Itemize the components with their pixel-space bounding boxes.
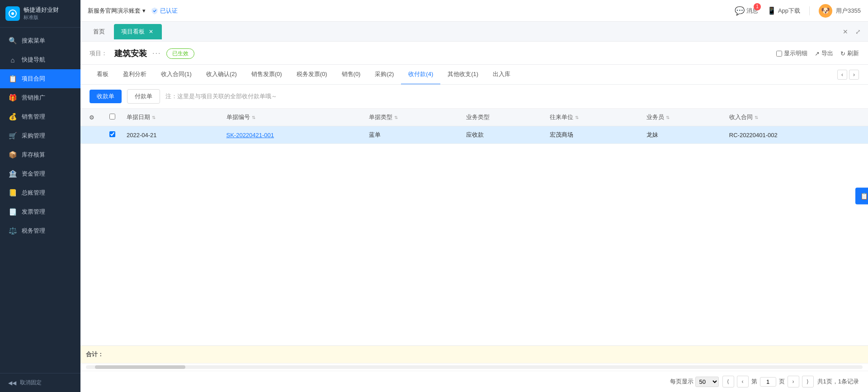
table-body: 2022-04-21 SK-20220421-001 蓝单 应收款 宏茂商场 龙… <box>80 126 868 144</box>
page-number-input[interactable] <box>760 377 776 387</box>
tab-home-label: 首页 <box>93 28 105 36</box>
sub-tab-profit[interactable]: 盈利分析 <box>116 65 154 85</box>
sidebar-item-finance[interactable]: 🏦资金管理 <box>0 164 80 183</box>
sub-tab-other-expense[interactable]: 其他收支(1) <box>440 65 486 85</box>
account-selector[interactable]: 新服务官网演示账套 ▾ <box>88 7 146 15</box>
app-name: 畅捷通好业财 <box>24 6 59 14</box>
select-all-checkbox[interactable] <box>109 114 115 120</box>
receipt-btn[interactable]: 收款单 <box>90 90 122 103</box>
sub-tab-sales-invoice[interactable]: 销售发票(0) <box>244 65 289 85</box>
more-button[interactable]: ··· <box>152 49 161 57</box>
table-row[interactable]: 2022-04-21 SK-20220421-001 蓝单 应收款 宏茂商场 龙… <box>80 126 868 144</box>
sub-tab-next[interactable]: › <box>849 70 859 80</box>
sub-tab-tax-invoice[interactable]: 税务发票(0) <box>289 65 335 85</box>
nav-icon-sales: 💰 <box>8 113 17 121</box>
refresh-button[interactable]: ↻ 刷新 <box>840 49 859 57</box>
scrollbar-thumb[interactable] <box>95 365 185 369</box>
certified-badge: 已认证 <box>151 7 178 15</box>
float-quick-button[interactable]: 📋 <box>855 188 868 205</box>
sub-tab-prev[interactable]: ‹ <box>837 70 847 80</box>
show-detail-checkbox[interactable]: 显示明细 <box>776 49 807 57</box>
project-title-area: 项目： 建筑安装 ··· 已生效 <box>90 48 194 59</box>
tab-home[interactable]: 首页 <box>86 24 112 39</box>
app-download-button[interactable]: 📱 App下载 <box>767 6 800 15</box>
sidebar-item-sales[interactable]: 💰销售管理 <box>0 107 80 126</box>
nav-icon-tax: ⚖️ <box>8 227 17 235</box>
page-size-label: 每页显示 <box>670 378 693 386</box>
sidebar-item-contract[interactable]: 📋项目合同 <box>0 69 80 88</box>
message-icon: 💬 <box>735 6 745 16</box>
col-salesman[interactable]: 业务员⇅ <box>641 109 724 126</box>
col-type[interactable]: 单据类型⇅ <box>363 109 460 126</box>
col-income-contract[interactable]: 收入合同⇅ <box>724 109 868 126</box>
app-logo-icon <box>5 6 20 21</box>
prev-page-btn[interactable]: ‹ <box>737 376 749 387</box>
sidebar-item-inventory[interactable]: 📦库存核算 <box>0 145 80 164</box>
row-contract-0: RC-20220401-002 <box>724 126 868 144</box>
next-page-btn[interactable]: › <box>788 376 799 387</box>
sort-partner-icon: ⇅ <box>575 115 579 120</box>
sub-tab-purchase[interactable]: 采购(2) <box>368 65 401 85</box>
col-biz-type: 业务类型 <box>461 109 544 126</box>
sub-tab-receipt[interactable]: 收付款(4) <box>401 65 440 85</box>
message-button[interactable]: 💬 消息 1 <box>735 6 758 16</box>
sub-tab-in-out[interactable]: 出入库 <box>486 65 518 85</box>
nav-icon-marketing: 🎁 <box>8 94 17 102</box>
sort-date-icon: ⇅ <box>152 115 156 120</box>
export-label: 导出 <box>821 49 833 57</box>
topbar-right: 💬 消息 1 📱 App下载 🐶 用户3355 <box>735 4 861 18</box>
sidebar-item-purchase[interactable]: 🛒采购管理 <box>0 126 80 145</box>
export-button[interactable]: ↗ 导出 <box>815 49 833 57</box>
row-check-0[interactable] <box>103 126 121 144</box>
maximize-button[interactable]: ⤢ <box>854 27 863 36</box>
tab-project-board[interactable]: 项目看板 ✕ <box>114 24 162 39</box>
sidebar-item-invoice[interactable]: 🗒️发票管理 <box>0 202 80 221</box>
row-salesman-0: 龙妹 <box>641 126 724 144</box>
sidebar-item-tax[interactable]: ⚖️税务管理 <box>0 221 80 240</box>
tab-close-icon[interactable]: ✕ <box>147 28 155 35</box>
sidebar-item-ledger[interactable]: 📒总账管理 <box>0 183 80 202</box>
nav-icon-invoice: 🗒️ <box>8 208 17 216</box>
row-code-0[interactable]: SK-20220421-001 <box>221 126 364 144</box>
col-date[interactable]: 单据日期⇅ <box>121 109 221 126</box>
project-name: 建筑安装 <box>114 48 147 59</box>
show-detail-input[interactable] <box>776 51 782 57</box>
float-icon: 📋 <box>861 192 868 200</box>
phone-icon: 📱 <box>767 6 776 15</box>
sort-contract-icon: ⇅ <box>755 115 758 120</box>
tab-bar: 首页 项目看板 ✕ ✕ ⤢ <box>80 22 868 42</box>
col-gear[interactable]: ⚙ <box>80 109 103 126</box>
sub-tab-kanban[interactable]: 看板 <box>90 65 116 85</box>
sub-tab-income-contract[interactable]: 收入合同(1) <box>154 65 199 85</box>
col-code[interactable]: 单据编号⇅ <box>221 109 364 126</box>
scrollbar-track <box>86 365 863 369</box>
sub-tab-sales[interactable]: 销售(0) <box>335 65 368 85</box>
page-size-dropdown[interactable]: 50 10 20 100 <box>695 377 719 387</box>
sub-tab-income-confirm[interactable]: 收入确认(2) <box>199 65 244 85</box>
payment-btn[interactable]: 付款单 <box>127 89 160 104</box>
first-page-btn[interactable]: ⟨ <box>722 376 734 387</box>
sidebar: 畅捷通好业财 标准版 🔍搜索菜单⌂快捷导航📋项目合同🎁营销推广💰销售管理🛒采购管… <box>0 0 80 392</box>
user-menu[interactable]: 🐶 用户3355 <box>819 4 861 18</box>
nav-icon-quicknav: ⌂ <box>8 56 17 64</box>
col-check <box>103 109 121 126</box>
row-date-0: 2022-04-21 <box>121 126 221 144</box>
page-label: 第 <box>751 378 757 386</box>
unpin-button[interactable]: ◀◀ 取消固定 <box>0 373 80 392</box>
col-partner[interactable]: 往来单位⇅ <box>544 109 641 126</box>
user-avatar: 🐶 <box>819 4 832 18</box>
sidebar-item-search[interactable]: 🔍搜索菜单 <box>0 31 80 50</box>
window-controls: ✕ ⤢ <box>841 27 863 36</box>
nav-label-ledger: 总账管理 <box>22 189 45 197</box>
nav-label-sales: 销售管理 <box>22 113 45 121</box>
sidebar-item-marketing[interactable]: 🎁营销推广 <box>0 88 80 107</box>
topbar: 新服务官网演示账套 ▾ 已认证 💬 消息 1 📱 App下载 <box>80 0 868 22</box>
sidebar-item-quicknav[interactable]: ⌂快捷导航 <box>0 50 80 69</box>
status-badge: 已生效 <box>166 48 194 59</box>
nav-label-marketing: 营销推广 <box>22 94 45 102</box>
main-content: 新服务官网演示账套 ▾ 已认证 💬 消息 1 📱 App下载 <box>80 0 868 392</box>
last-page-btn[interactable]: ⟩ <box>802 376 814 387</box>
project-header: 项目： 建筑安装 ··· 已生效 显示明细 ↗ 导出 ↻ 刷新 <box>80 42 868 65</box>
close-button[interactable]: ✕ <box>841 27 850 36</box>
nav-label-purchase: 采购管理 <box>22 132 45 140</box>
